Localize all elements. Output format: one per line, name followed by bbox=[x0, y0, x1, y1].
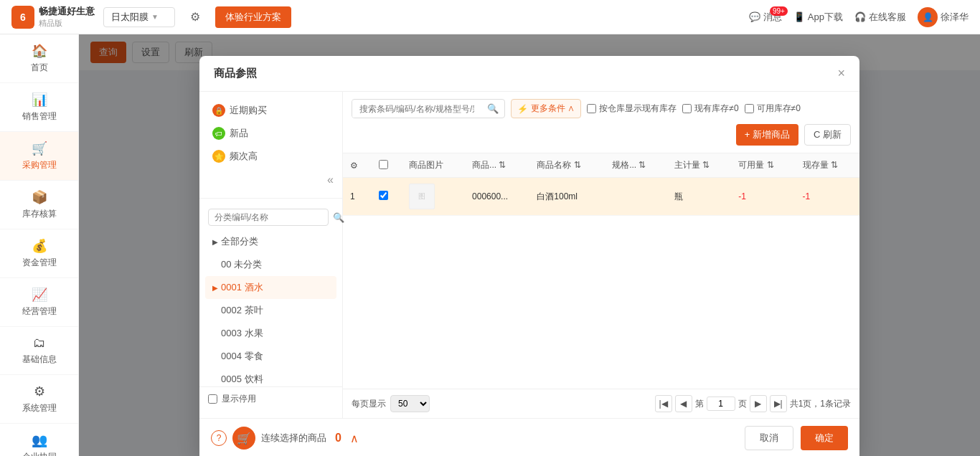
modal-close-button[interactable]: × bbox=[837, 66, 845, 81]
available-nonzero-checkbox[interactable] bbox=[745, 104, 754, 113]
row-img: 图 bbox=[402, 178, 465, 216]
product-image: 图 bbox=[409, 184, 435, 209]
checkbox-available-nonzero[interactable]: 可用库存≠0 bbox=[745, 103, 801, 115]
footer-collapse-arrow[interactable]: ∧ bbox=[350, 432, 359, 445]
headset-icon: 🎧 bbox=[854, 11, 866, 22]
finance-icon: 💰 bbox=[32, 238, 47, 254]
topbar: 6 畅捷通好生意 精品版 日太阳膜 ▼ ⚙ 体验行业方案 💬 消息 99+ 📱 … bbox=[0, 0, 980, 34]
page-number-input[interactable] bbox=[707, 396, 735, 411]
basic-info-icon: 🗂 bbox=[33, 336, 46, 351]
recent-buy-item[interactable]: 🔒 近期购买 bbox=[205, 99, 336, 122]
sidebar: 🏠 首页 📊 销售管理 🛒 采购管理 📦 库存核算 💰 资金管理 📈 经营管理 … bbox=[0, 34, 79, 456]
main-layout: 🏠 首页 📊 销售管理 🛒 采购管理 📦 库存核算 💰 资金管理 📈 经营管理 … bbox=[0, 34, 980, 456]
toolbar-right: + 新增商品 C 刷新 bbox=[736, 124, 851, 146]
row-checkbox[interactable] bbox=[372, 178, 402, 216]
cart-icon[interactable]: 🛒 bbox=[232, 427, 255, 450]
settings-icon[interactable]: ⚙ bbox=[184, 6, 207, 29]
sidebar-item-basic-info[interactable]: 🗂 基础信息 bbox=[0, 327, 78, 375]
chevron-down-icon: ▼ bbox=[151, 13, 159, 21]
modal-header: 商品参照 × bbox=[199, 56, 859, 92]
sidebar-item-collab[interactable]: 👥 企业协同 bbox=[0, 424, 78, 456]
logo: 6 畅捷通好生意 精品版 bbox=[11, 5, 95, 29]
content-area: 查询 设置 刷新 商品参照 × 🔒 bbox=[79, 34, 980, 456]
product-table-container: ⚙ 商品图片 商品... ⇅ 商品名称 ⇅ bbox=[343, 153, 859, 389]
sidebar-item-home[interactable]: 🏠 首页 bbox=[0, 34, 78, 83]
col-unit[interactable]: 主计量 ⇅ bbox=[667, 153, 731, 178]
modal-footer: ? 🛒 连续选择的商品 0 ∧ 取消 确定 bbox=[199, 418, 859, 456]
store-selector[interactable]: 日太阳膜 ▼ bbox=[103, 7, 175, 27]
table-header-row: ⚙ 商品图片 商品... ⇅ 商品名称 ⇅ bbox=[343, 153, 859, 178]
col-available[interactable]: 可用量 ⇅ bbox=[731, 153, 795, 178]
phone-icon: 📱 bbox=[793, 11, 805, 22]
sidebar-item-system[interactable]: ⚙ 系统管理 bbox=[0, 375, 78, 424]
messages-badge: 99+ bbox=[770, 6, 788, 16]
category-drinks[interactable]: 0005 饮料 bbox=[205, 368, 336, 386]
experience-button[interactable]: 体验行业方案 bbox=[215, 6, 291, 28]
category-uncategorized[interactable]: 00 未分类 bbox=[205, 253, 336, 276]
pagination: 每页显示 50 100 |◀ ◀ 第 bbox=[343, 389, 859, 418]
show-disabled-checkbox[interactable] bbox=[208, 394, 217, 404]
sidebar-item-finance[interactable]: 💰 资金管理 bbox=[0, 229, 78, 278]
category-all[interactable]: ▶ 全部分类 bbox=[205, 230, 336, 253]
stock-nonzero-checkbox[interactable] bbox=[682, 104, 692, 113]
page-size-control: 每页显示 50 100 bbox=[352, 395, 430, 412]
col-code[interactable]: 商品... ⇅ bbox=[465, 153, 529, 178]
category-search-input[interactable] bbox=[208, 209, 329, 226]
row-name: 白酒100ml bbox=[529, 178, 605, 216]
collapse-panel-btn[interactable]: « bbox=[327, 174, 334, 186]
row-unit: 瓶 bbox=[667, 178, 731, 216]
row-spec bbox=[605, 178, 667, 216]
sidebar-item-purchase[interactable]: 🛒 采购管理 bbox=[0, 132, 78, 181]
show-disabled-option: 显示停用 bbox=[199, 386, 342, 411]
category-tea[interactable]: 0002 茶叶 bbox=[205, 299, 336, 322]
product-search-input[interactable] bbox=[352, 100, 481, 118]
product-search-box: 🔍 bbox=[352, 99, 505, 118]
modal-body: 🔒 近期购买 🏷 新品 ⭐ 频次高 bbox=[199, 92, 859, 418]
confirm-button[interactable]: 确定 bbox=[801, 426, 848, 450]
category-fruit[interactable]: 0003 水果 bbox=[205, 322, 336, 345]
left-panel: 🔒 近期购买 🏷 新品 ⭐ 频次高 bbox=[199, 92, 343, 418]
category-snacks[interactable]: 0004 零食 bbox=[205, 345, 336, 368]
high-freq-icon: ⭐ bbox=[212, 150, 225, 163]
high-freq-item[interactable]: ⭐ 频次高 bbox=[205, 145, 336, 168]
modal-overlay: 商品参照 × 🔒 近期购买 🏷 bbox=[79, 34, 980, 456]
topbar-right: 💬 消息 99+ 📱 App下载 🎧 在线客服 👤 徐泽华 bbox=[749, 7, 969, 27]
page-size-select[interactable]: 50 100 bbox=[390, 395, 430, 412]
logo-icon: 6 bbox=[11, 6, 34, 29]
col-spec[interactable]: 规格... ⇅ bbox=[605, 153, 667, 178]
first-page-btn[interactable]: |◀ bbox=[655, 395, 672, 412]
select-all-checkbox[interactable] bbox=[379, 160, 388, 169]
table-row[interactable]: 1 图 000600... 白酒100ml 瓶 bbox=[343, 178, 859, 216]
footer-left: ? 🛒 连续选择的商品 0 ∧ bbox=[211, 427, 359, 450]
new-products-item[interactable]: 🏷 新品 bbox=[205, 122, 336, 145]
sidebar-item-inventory[interactable]: 📦 库存核算 bbox=[0, 181, 78, 229]
prev-page-btn[interactable]: ◀ bbox=[675, 395, 692, 412]
col-img: 商品图片 bbox=[402, 153, 465, 178]
new-products-icon: 🏷 bbox=[212, 127, 225, 140]
checkbox-warehouse[interactable]: 按仓库显示现有库存 bbox=[587, 103, 677, 115]
cancel-button[interactable]: 取消 bbox=[745, 426, 793, 450]
sales-icon: 📊 bbox=[32, 92, 47, 108]
checkbox-stock-nonzero[interactable]: 现有库存≠0 bbox=[682, 103, 738, 115]
product-search-icon[interactable]: 🔍 bbox=[481, 100, 504, 118]
more-filters-btn[interactable]: ⚡ 更多条件 ∧ bbox=[511, 99, 581, 118]
add-product-btn[interactable]: + 新增商品 bbox=[736, 124, 798, 146]
refresh-btn[interactable]: C 刷新 bbox=[804, 124, 851, 146]
col-settings[interactable]: ⚙ bbox=[343, 153, 372, 178]
sidebar-item-sales[interactable]: 📊 销售管理 bbox=[0, 83, 78, 132]
online-service-btn[interactable]: 🎧 在线客服 bbox=[854, 11, 906, 24]
col-stock[interactable]: 现存量 ⇅ bbox=[796, 153, 859, 178]
last-page-btn[interactable]: ▶| bbox=[770, 395, 787, 412]
messages-btn[interactable]: 💬 消息 99+ bbox=[749, 11, 782, 24]
app-download-btn[interactable]: 📱 App下载 bbox=[793, 11, 843, 24]
product-table: ⚙ 商品图片 商品... ⇅ 商品名称 ⇅ bbox=[343, 153, 859, 216]
help-icon[interactable]: ? bbox=[211, 430, 227, 446]
col-name[interactable]: 商品名称 ⇅ bbox=[529, 153, 605, 178]
category-liquor[interactable]: ▶ 0001 酒水 bbox=[205, 276, 336, 299]
sidebar-item-operations[interactable]: 📈 经营管理 bbox=[0, 278, 78, 327]
user-menu[interactable]: 👤 徐泽华 bbox=[918, 7, 969, 27]
warehouse-checkbox[interactable] bbox=[587, 104, 596, 113]
next-page-btn[interactable]: ▶ bbox=[750, 395, 767, 412]
row-stock: -1 bbox=[796, 178, 859, 216]
row-select-checkbox[interactable] bbox=[379, 191, 388, 200]
